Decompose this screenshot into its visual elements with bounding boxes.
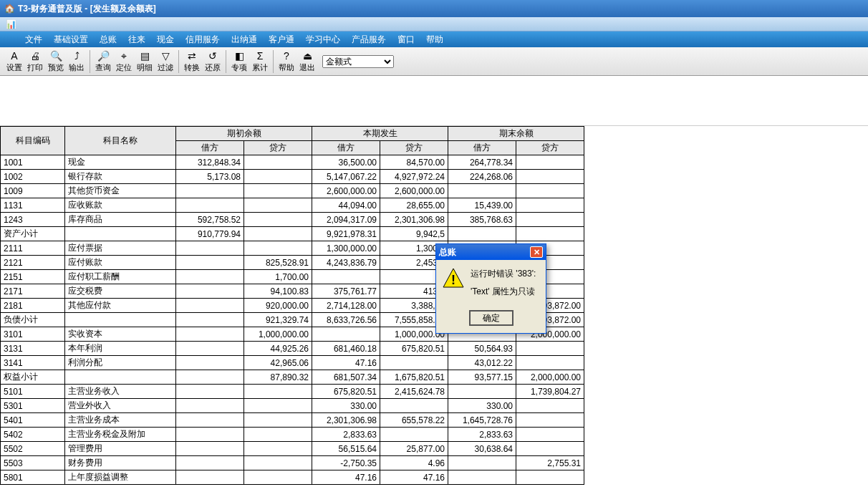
cell: 2151 bbox=[1, 270, 65, 284]
tool-退出[interactable]: ⏏退出 bbox=[297, 49, 317, 74]
menu-item-2[interactable]: 总账 bbox=[96, 34, 120, 46]
cell: 94,100.83 bbox=[244, 284, 312, 299]
cell bbox=[244, 413, 312, 428]
dialog-title: 总账 bbox=[439, 246, 456, 259]
cell: 675,820.51 bbox=[312, 385, 380, 399]
menu-item-7[interactable]: 客户通 bbox=[265, 34, 298, 46]
display-mode-select[interactable]: 金额式 bbox=[322, 55, 394, 68]
cell: 2121 bbox=[1, 256, 65, 270]
ok-button[interactable]: 确定 bbox=[469, 310, 513, 326]
close-icon[interactable]: ✕ bbox=[530, 246, 543, 258]
cell: 1009 bbox=[1, 184, 65, 198]
table-row[interactable]: 5401主营业务成本2,301,306.98655,578.221,645,72… bbox=[1, 413, 584, 428]
table-row[interactable]: 1009其他货币资金2,600,000.002,600,000.00 bbox=[1, 184, 584, 198]
cell: 87,890.32 bbox=[244, 370, 312, 385]
cell: 4,243,836.79 bbox=[312, 256, 380, 270]
cell: 592,758.52 bbox=[176, 213, 244, 227]
tool-查询[interactable]: 🔎查询 bbox=[93, 49, 113, 74]
app-icon: 🏠 bbox=[4, 4, 15, 14]
cell bbox=[448, 456, 516, 470]
menu-item-10[interactable]: 窗口 bbox=[394, 34, 418, 46]
cell: 93,577.15 bbox=[448, 370, 516, 385]
cell: 本年利润 bbox=[65, 342, 176, 356]
menu-item-4[interactable]: 现金 bbox=[153, 34, 178, 46]
cell: 25,877.00 bbox=[380, 442, 448, 456]
cell bbox=[448, 227, 516, 241]
tool-累计[interactable]: Σ累计 bbox=[250, 49, 270, 74]
cell: 3131 bbox=[1, 342, 65, 356]
cell bbox=[516, 170, 584, 184]
menu-item-5[interactable]: 信用服务 bbox=[182, 34, 223, 46]
cell: 2,714,128.00 bbox=[312, 299, 380, 313]
cell bbox=[244, 456, 312, 470]
帮助-icon: ? bbox=[284, 49, 289, 62]
table-row[interactable]: 5301营业外收入330.00330.00 bbox=[1, 399, 584, 413]
table-row[interactable]: 5502管理费用56,515.6425,877.0030,638.64 bbox=[1, 442, 584, 456]
table-row[interactable]: 1001现金312,848.3436,500.0084,570.00264,77… bbox=[1, 155, 584, 170]
table-row[interactable]: 1243库存商品592,758.522,094,317.092,301,306.… bbox=[1, 213, 584, 227]
menu-item-1[interactable]: 基础设置 bbox=[50, 34, 92, 46]
cell bbox=[176, 470, 244, 485]
table-row[interactable]: 1002银行存款5,173.085,147,067.224,927,972.24… bbox=[1, 170, 584, 184]
cell bbox=[244, 241, 312, 256]
cell: 利润分配 bbox=[65, 356, 176, 370]
window-title-bar: 🏠 T3-财务通普及版 - [发生额及余额表] bbox=[0, 0, 868, 17]
tool-过滤[interactable]: ▽过滤 bbox=[155, 49, 175, 74]
tool-定位[interactable]: ⌖定位 bbox=[114, 49, 134, 74]
cell bbox=[244, 470, 312, 485]
cell: 4.96 bbox=[380, 456, 448, 470]
cell: 应收账款 bbox=[65, 198, 176, 213]
tool-转换[interactable]: ⇄转换 bbox=[182, 49, 202, 74]
table-row[interactable]: 3141利润分配42,965.0647.1643,012.22 bbox=[1, 356, 584, 370]
menu-item-8[interactable]: 学习中心 bbox=[302, 34, 344, 46]
cell bbox=[176, 442, 244, 456]
cell: 47.16 bbox=[312, 356, 380, 370]
cell: 43,012.22 bbox=[448, 356, 516, 370]
tool-预览[interactable]: 🔍预览 bbox=[46, 49, 66, 74]
tool-还原[interactable]: ↺还原 bbox=[203, 49, 223, 74]
明细-icon: ▤ bbox=[140, 49, 150, 62]
cell: 921,329.74 bbox=[244, 313, 312, 327]
table-row[interactable]: 资产小计910,779.949,921,978.319,942,5 bbox=[1, 227, 584, 241]
cell: 应付账款 bbox=[65, 256, 176, 270]
table-row[interactable]: 5503财务费用-2,750.354.962,755.31 bbox=[1, 456, 584, 470]
dialog-title-bar[interactable]: 总账 ✕ bbox=[436, 244, 546, 260]
table-row[interactable]: 1131应收账款44,094.0028,655.0015,439.00 bbox=[1, 198, 584, 213]
tool-设置[interactable]: A设置 bbox=[4, 49, 24, 74]
toolbar-separator bbox=[90, 50, 90, 73]
table-row[interactable]: 5402主营业务税金及附加2,833.632,833.63 bbox=[1, 428, 584, 442]
专项-icon: ◧ bbox=[235, 49, 244, 62]
cell bbox=[176, 428, 244, 442]
cell bbox=[176, 256, 244, 270]
cell bbox=[176, 184, 244, 198]
menu-item-3[interactable]: 往来 bbox=[125, 34, 149, 46]
tool-输出[interactable]: ⤴输出 bbox=[67, 49, 87, 74]
cell bbox=[516, 198, 584, 213]
menu-item-11[interactable]: 帮助 bbox=[423, 34, 447, 46]
menu-item-6[interactable]: 出纳通 bbox=[228, 34, 261, 46]
cell: 4,927,972.24 bbox=[380, 170, 448, 184]
cell: 3141 bbox=[1, 356, 65, 370]
table-row[interactable]: 5101主营业务收入675,820.512,415,624.781,739,80… bbox=[1, 385, 584, 399]
定位-icon: ⌖ bbox=[121, 49, 127, 62]
toolbar-separator bbox=[226, 50, 226, 73]
th-pd: 借方 bbox=[312, 141, 380, 155]
table-row[interactable]: 5801上年度损益调整47.1647.16 bbox=[1, 470, 584, 485]
cell bbox=[176, 399, 244, 413]
cell: 2,301,306.98 bbox=[380, 213, 448, 227]
tool-专项[interactable]: ◧专项 bbox=[229, 49, 249, 74]
th-bc: 贷方 bbox=[244, 141, 312, 155]
cell: 825,528.91 bbox=[244, 256, 312, 270]
cell: 264,778.34 bbox=[448, 155, 516, 170]
tool-打印[interactable]: 🖨打印 bbox=[25, 49, 45, 74]
table-row[interactable]: 权益小计87,890.32681,507.341,675,820.5193,57… bbox=[1, 370, 584, 385]
menu-item-0[interactable]: 文件 bbox=[21, 34, 46, 46]
tool-明细[interactable]: ▤明细 bbox=[135, 49, 155, 74]
th-ed: 借方 bbox=[448, 141, 516, 155]
th-code: 科目编码 bbox=[1, 127, 65, 155]
cell: 44,925.26 bbox=[244, 342, 312, 356]
menu-item-9[interactable]: 产品服务 bbox=[348, 34, 390, 46]
cell: 2,833.63 bbox=[448, 428, 516, 442]
tool-帮助[interactable]: ?帮助 bbox=[276, 49, 296, 74]
table-row[interactable]: 3131本年利润44,925.26681,460.18675,820.5150,… bbox=[1, 342, 584, 356]
